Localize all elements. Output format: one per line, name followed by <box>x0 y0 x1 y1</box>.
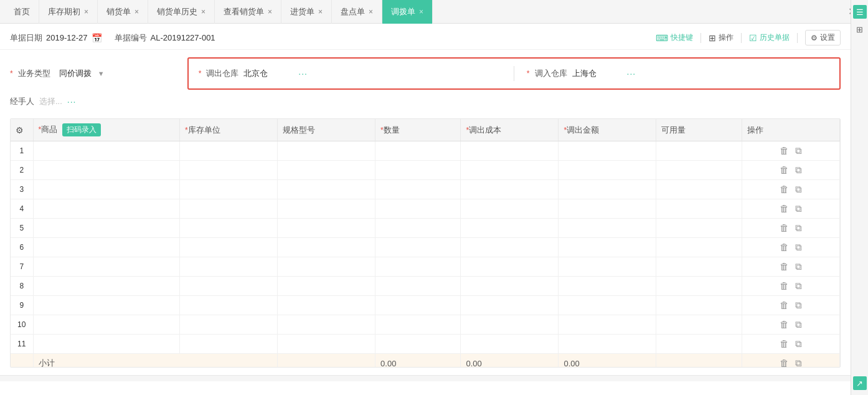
tab-sales-order[interactable]: 销货单 × <box>98 0 148 24</box>
close-inventory-init[interactable]: × <box>84 7 88 16</box>
copy-icon-10[interactable]: ⧉ <box>793 319 804 330</box>
tab-transfer-order[interactable]: 调拨单 × <box>382 0 433 24</box>
cell-unit-10[interactable] <box>180 315 278 335</box>
tab-sales-history[interactable]: 销货单历史 × <box>148 0 215 24</box>
cell-spec-3[interactable] <box>278 180 375 199</box>
cell-product-1[interactable] <box>33 141 180 161</box>
cell-amount-10[interactable] <box>559 315 656 335</box>
column-settings-icon[interactable]: ⚙ <box>16 125 24 135</box>
cell-cost-8[interactable] <box>461 277 559 296</box>
cell-unit-6[interactable] <box>180 238 278 257</box>
cell-unit-7[interactable] <box>180 257 278 277</box>
settings-button[interactable]: ⚙ 设置 <box>805 30 841 45</box>
cell-qty-9[interactable] <box>375 296 461 315</box>
cell-qty-6[interactable] <box>375 238 461 257</box>
subtotal-delete-icon[interactable]: 🗑 <box>778 358 791 368</box>
shortcut-btn[interactable]: ⌨ 快捷键 <box>656 32 693 43</box>
horizontal-scroll-bar[interactable] <box>0 375 851 381</box>
delete-icon-8[interactable]: 🗑 <box>778 280 791 291</box>
cell-amount-11[interactable] <box>559 335 656 354</box>
cell-cost-1[interactable] <box>461 141 559 161</box>
cell-available-11[interactable] <box>656 335 742 354</box>
cell-product-7[interactable] <box>33 257 180 277</box>
cell-qty-2[interactable] <box>375 161 461 180</box>
cell-product-4[interactable] <box>33 199 180 219</box>
cell-product-5[interactable] <box>33 219 180 238</box>
cell-qty-4[interactable] <box>375 199 461 219</box>
delete-icon-1[interactable]: 🗑 <box>778 145 791 156</box>
cell-amount-6[interactable] <box>559 238 656 257</box>
sidebar-export-btn[interactable]: ↗ <box>853 376 867 390</box>
cell-spec-8[interactable] <box>278 277 375 296</box>
delete-icon-3[interactable]: 🗑 <box>778 184 791 194</box>
cell-cost-5[interactable] <box>461 219 559 238</box>
cell-qty-3[interactable] <box>375 180 461 199</box>
close-purchase-order[interactable]: × <box>318 7 323 16</box>
close-transfer-order[interactable]: × <box>419 7 423 16</box>
cell-cost-9[interactable] <box>461 296 559 315</box>
delete-icon-5[interactable]: 🗑 <box>778 222 791 233</box>
subtotal-copy-icon[interactable]: ⧉ <box>793 358 804 368</box>
tab-stock-check[interactable]: 盘点单 × <box>332 0 382 24</box>
cell-qty-7[interactable] <box>375 257 461 277</box>
cell-qty-10[interactable] <box>375 315 461 335</box>
cell-cost-4[interactable] <box>461 199 559 219</box>
cell-spec-9[interactable] <box>278 296 375 315</box>
cell-available-2[interactable] <box>656 161 742 180</box>
out-warehouse-more[interactable]: ··· <box>298 69 308 79</box>
copy-icon-7[interactable]: ⧉ <box>793 261 804 272</box>
cell-spec-5[interactable] <box>278 219 375 238</box>
cell-product-8[interactable] <box>33 277 180 296</box>
copy-icon-9[interactable]: ⧉ <box>793 300 804 310</box>
delete-icon-6[interactable]: 🗑 <box>778 242 791 252</box>
cell-product-3[interactable] <box>33 180 180 199</box>
cell-spec-2[interactable] <box>278 161 375 180</box>
out-warehouse-value[interactable]: 北京仓 <box>243 68 293 79</box>
cell-available-9[interactable] <box>656 296 742 315</box>
cell-unit-3[interactable] <box>180 180 278 199</box>
cell-amount-5[interactable] <box>559 219 656 238</box>
cell-available-1[interactable] <box>656 141 742 161</box>
close-sales-order[interactable]: × <box>134 7 139 16</box>
history-btn[interactable]: ☑ 历史单据 <box>749 32 790 43</box>
delete-icon-10[interactable]: 🗑 <box>778 319 791 330</box>
sidebar-list-btn[interactable]: ☰ <box>853 5 867 19</box>
sidebar-layout-btn[interactable]: ⊞ <box>853 22 867 36</box>
cell-amount-1[interactable] <box>559 141 656 161</box>
delete-icon-7[interactable]: 🗑 <box>778 261 791 272</box>
cell-qty-8[interactable] <box>375 277 461 296</box>
in-warehouse-value[interactable]: 上海仓 <box>572 68 622 79</box>
cell-cost-2[interactable] <box>461 161 559 180</box>
cell-product-10[interactable] <box>33 315 180 335</box>
cell-available-6[interactable] <box>656 238 742 257</box>
in-warehouse-more[interactable]: ··· <box>627 69 636 79</box>
close-stock-check[interactable]: × <box>369 7 373 16</box>
cell-available-5[interactable] <box>656 219 742 238</box>
tab-view-sales[interactable]: 查看销货单 × <box>215 0 281 24</box>
copy-icon-8[interactable]: ⧉ <box>793 280 804 291</box>
tab-inventory-init[interactable]: 库存期初 × <box>39 0 98 24</box>
person-more[interactable]: ··· <box>67 97 77 107</box>
delete-icon-2[interactable]: 🗑 <box>778 164 791 175</box>
copy-icon-6[interactable]: ⧉ <box>793 242 804 252</box>
close-view-sales[interactable]: × <box>268 7 272 16</box>
cell-qty-1[interactable] <box>375 141 461 161</box>
cell-qty-5[interactable] <box>375 219 461 238</box>
th-settings[interactable]: ⚙ <box>11 119 33 141</box>
cell-unit-5[interactable] <box>180 219 278 238</box>
cell-amount-2[interactable] <box>559 161 656 180</box>
copy-icon-11[interactable]: ⧉ <box>793 338 804 349</box>
cell-unit-9[interactable] <box>180 296 278 315</box>
cell-unit-11[interactable] <box>180 335 278 354</box>
cell-available-3[interactable] <box>656 180 742 199</box>
cell-spec-11[interactable] <box>278 335 375 354</box>
cell-spec-7[interactable] <box>278 257 375 277</box>
cell-amount-7[interactable] <box>559 257 656 277</box>
cell-available-10[interactable] <box>656 315 742 335</box>
cell-spec-6[interactable] <box>278 238 375 257</box>
cell-spec-4[interactable] <box>278 199 375 219</box>
copy-icon-3[interactable]: ⧉ <box>793 184 804 194</box>
cell-unit-8[interactable] <box>180 277 278 296</box>
cell-unit-2[interactable] <box>180 161 278 180</box>
cell-product-2[interactable] <box>33 161 180 180</box>
